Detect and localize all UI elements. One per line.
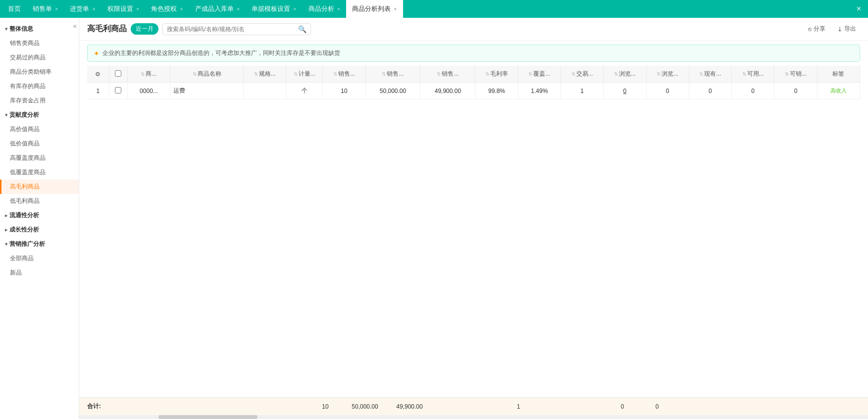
sidebar-group-label-0: 整体信息 (9, 25, 33, 33)
sort-icon-2: ⇅ (141, 71, 145, 77)
footer-cell-14: 0 (605, 403, 640, 410)
col-header-14[interactable]: ⇅现有... (689, 66, 731, 83)
nav-item-0[interactable]: 首页 (2, 0, 27, 18)
nav-close-icon-5[interactable]: × (237, 6, 240, 12)
col-header-3[interactable]: ⇅商品名称 (170, 66, 244, 83)
sort-icon-7: ⇅ (382, 71, 386, 77)
horizontal-scrollbar[interactable] (79, 415, 868, 419)
nav-close-icon-7[interactable]: × (337, 6, 340, 12)
sidebar-group-4[interactable]: ▾营销推广分析 (0, 237, 79, 251)
sidebar-item-1-2[interactable]: 高覆盖度商品 (0, 151, 79, 165)
nav-item-1[interactable]: 销售单× (27, 0, 64, 18)
row-sales-amount-0: 50,000.00 (365, 83, 420, 99)
col-label-4: 规格... (259, 70, 276, 77)
row-tag-0: 高收入 (817, 83, 860, 99)
col-header-6[interactable]: ⇅销售... (323, 66, 365, 83)
search-icon[interactable]: 🔍 (298, 25, 306, 33)
col-label-6: 销售... (338, 70, 355, 77)
sidebar-group-label-4: 营销推广分析 (9, 240, 45, 248)
sidebar-item-0-2[interactable]: 商品分类助销率 (0, 65, 79, 79)
col-header-2[interactable]: ⇅商... (127, 66, 170, 83)
footer-cell-8: 49,900.00 (387, 403, 432, 410)
sort-icon-11: ⇅ (571, 71, 575, 77)
col-header-7[interactable]: ⇅销售... (365, 66, 420, 83)
nav-item-8[interactable]: 商品分析列表× (346, 0, 403, 18)
sidebar-item-0-4[interactable]: 库存资金占用 (0, 93, 79, 108)
sort-icon-3: ⇅ (193, 71, 197, 77)
sidebar-group-1[interactable]: ▾贡献度分析 (0, 108, 79, 122)
nav-close-icon-1[interactable]: × (55, 6, 58, 12)
nav-item-4[interactable]: 角色授权× (145, 0, 189, 18)
col-label-8: 销售... (442, 70, 459, 77)
row-browse1-0[interactable]: 0 (604, 83, 646, 99)
col-header-8[interactable]: ⇅销售... (420, 66, 475, 83)
col-header-5[interactable]: ⇅计量... (286, 66, 323, 83)
sort-icon-8: ⇅ (437, 71, 441, 77)
browse1-link-0[interactable]: 0 (623, 88, 627, 94)
sidebar-item-1-0[interactable]: 高价值商品 (0, 122, 79, 137)
info-banner: ✦ 企业的主要的利润都是这部分商品创造的，可考虑加大推广，同时关注库存是不要出现… (87, 45, 860, 62)
col-header-12[interactable]: ⇅浏览... (604, 66, 646, 83)
scrollbar-thumb[interactable] (158, 415, 257, 419)
sidebar-collapse-btn[interactable]: « (73, 22, 77, 30)
col-header-1 (109, 66, 127, 83)
col-header-13[interactable]: ⇅浏览... (646, 66, 689, 83)
sidebar-item-1-3[interactable]: 低覆盖度商品 (0, 165, 79, 180)
nav-close-icon-2[interactable]: × (92, 6, 95, 12)
col-label-14: 现有... (704, 70, 721, 77)
col-header-9[interactable]: ⇅毛利率 (475, 66, 518, 83)
select-all-checkbox[interactable] (115, 70, 121, 77)
sidebar-group-0[interactable]: ▾整体信息 (0, 22, 79, 36)
footer-cell-15: 0 (640, 403, 674, 410)
sort-icon-4: ⇅ (254, 71, 258, 77)
nav-item-3[interactable]: 权限设置× (102, 0, 145, 18)
col-header-15[interactable]: ⇅可用... (732, 66, 774, 83)
col-header-11[interactable]: ⇅交易... (561, 66, 603, 83)
sort-icon-6: ⇅ (333, 71, 337, 77)
nav-close-icon-4[interactable]: × (180, 6, 183, 12)
share-icon: ⎋ (808, 26, 812, 33)
sidebar-group-arrow-0: ▾ (5, 26, 7, 32)
row-spec-0 (244, 83, 286, 99)
sidebar-item-0-1[interactable]: 交易过的商品 (0, 50, 79, 65)
sidebar-group-3[interactable]: ▸成长性分析 (0, 223, 79, 237)
footer-cell-3 (184, 403, 244, 410)
nav-item-5[interactable]: 产成品入库单× (189, 0, 246, 18)
period-button[interactable]: 近一月 (131, 23, 158, 35)
nav-close-icon-8[interactable]: × (394, 6, 397, 12)
export-button[interactable]: ⤓ 导出 (833, 23, 860, 35)
nav-item-2[interactable]: 进货单× (64, 0, 101, 18)
footer-cell-1 (135, 403, 150, 410)
col-label-12: 浏览... (619, 70, 636, 77)
sidebar-item-4-1[interactable]: 新品 (0, 266, 79, 280)
col-header-4[interactable]: ⇅规格... (244, 66, 286, 83)
col-label-5: 计量... (299, 70, 315, 77)
nav-close-icon-6[interactable]: × (293, 6, 296, 12)
sidebar-item-1-1[interactable]: 低价值商品 (0, 137, 79, 151)
nav-item-7[interactable]: 商品分析× (303, 0, 346, 18)
nav-item-6[interactable]: 单据模板设置× (246, 0, 302, 18)
col-header-16[interactable]: ⇅可销... (774, 66, 817, 83)
col-label-0: ⚙ (95, 71, 101, 78)
sidebar-item-1-5[interactable]: 低毛利商品 (0, 194, 79, 208)
search-input[interactable] (167, 26, 298, 33)
row-coverage-0: 1.49% (518, 83, 561, 99)
col-label-15: 可用... (747, 70, 764, 77)
sidebar-group-2[interactable]: ▸流通性分析 (0, 208, 79, 223)
sidebar-item-0-0[interactable]: 销售类商品 (0, 36, 79, 50)
col-label-17: 标签 (832, 70, 844, 77)
col-label-2: 商... (146, 70, 156, 77)
col-header-10[interactable]: ⇅覆盖... (518, 66, 561, 83)
sort-icon-16: ⇅ (785, 71, 789, 77)
nav-close-icon-3[interactable]: × (136, 6, 139, 12)
sidebar-item-0-3[interactable]: 有库存的商品 (0, 79, 79, 93)
sort-icon-14: ⇅ (699, 71, 703, 77)
info-icon: ✦ (94, 49, 100, 57)
sidebar-item-4-0[interactable]: 全部商品 (0, 251, 79, 266)
footer-cell-10 (466, 403, 501, 410)
sidebar-item-1-4[interactable]: 高毛利商品 (0, 180, 79, 194)
footer-cell-11: 1 (501, 403, 536, 410)
share-button[interactable]: ⎋ 分享 (804, 23, 829, 35)
window-close-btn[interactable]: × (852, 4, 866, 13)
row-checkbox-0[interactable] (115, 87, 121, 93)
